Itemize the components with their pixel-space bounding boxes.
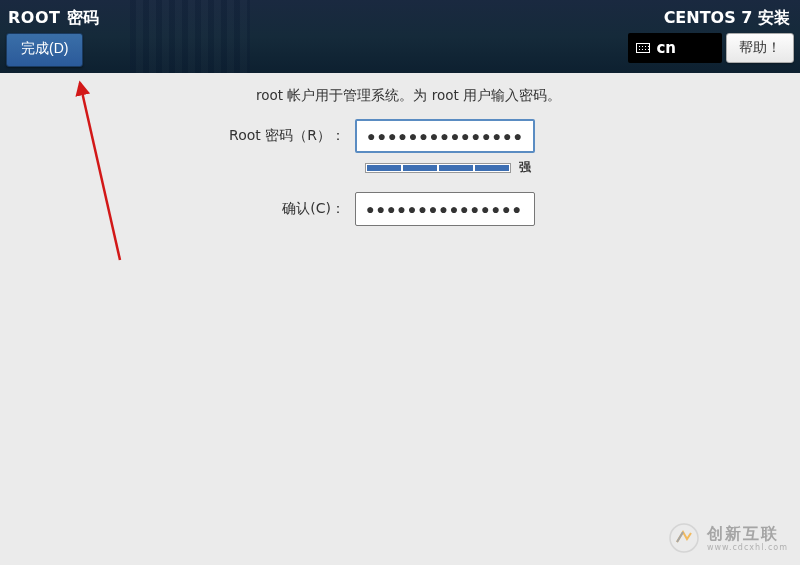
- confirm-password-input[interactable]: [355, 192, 535, 226]
- form-description: root 帐户用于管理系统。为 root 用户输入密码。: [256, 87, 800, 105]
- page-title: ROOT 密码: [6, 6, 100, 33]
- password-row: Root 密码（R）：: [0, 119, 800, 153]
- svg-point-2: [670, 524, 698, 552]
- help-button[interactable]: 帮助！: [726, 33, 794, 63]
- content-area: root 帐户用于管理系统。为 root 用户输入密码。 Root 密码（R）：…: [0, 73, 800, 226]
- password-label: Root 密码（R）：: [0, 127, 355, 145]
- watermark: 创新互联 www.cdcxhl.com: [669, 523, 788, 553]
- header-right-group: CENTOS 7 安装 cn 帮助！: [628, 6, 794, 73]
- confirm-row: 确认(C)：: [0, 192, 800, 226]
- strength-label: 强: [519, 159, 531, 176]
- header-texture: [130, 0, 250, 73]
- watermark-logo-icon: [669, 523, 699, 553]
- header-left-group: ROOT 密码 完成(D): [6, 6, 100, 73]
- installer-header: ROOT 密码 完成(D) CENTOS 7 安装 cn 帮助！: [0, 0, 800, 73]
- root-password-input[interactable]: [355, 119, 535, 153]
- header-controls: cn 帮助！: [628, 33, 794, 63]
- keyboard-layout-text: cn: [656, 39, 676, 57]
- watermark-subtitle: www.cdcxhl.com: [707, 543, 788, 552]
- strength-segment: [439, 165, 473, 171]
- keyboard-icon: [636, 43, 650, 53]
- watermark-text-group: 创新互联 www.cdcxhl.com: [707, 524, 788, 552]
- watermark-text: 创新互联: [707, 524, 788, 545]
- password-strength-row: 强: [365, 159, 800, 176]
- strength-segment: [367, 165, 401, 171]
- strength-segment: [475, 165, 509, 171]
- strength-segment: [403, 165, 437, 171]
- done-button[interactable]: 完成(D): [6, 33, 83, 67]
- installer-title: CENTOS 7 安装: [664, 6, 794, 33]
- password-strength-meter: [365, 163, 511, 173]
- keyboard-layout-indicator[interactable]: cn: [628, 33, 722, 63]
- confirm-label: 确认(C)：: [0, 200, 355, 218]
